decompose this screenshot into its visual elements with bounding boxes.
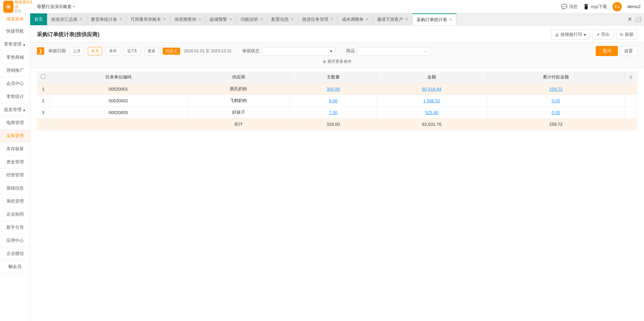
footer-label: 合计 [187,118,290,130]
user-name[interactable]: demo2 [627,4,641,9]
tab-overstock-warning[interactable]: 超储预警 ✕ [206,13,236,25]
column-settings-icon[interactable]: ⚙ [629,75,633,80]
table-header-main-qty: 主数量 [290,71,376,83]
logo-area: 畅捷通好生意 标版 [3,0,34,13]
tab-picking-task[interactable]: 拣货任务管理 ✕ [298,13,338,25]
row-supplier-code: 00020001 [50,83,187,95]
table-body: 1 00020001 惠氏奶粉 303.00 60,519.44 259.72 … [37,83,637,118]
row-supplier-name: 飞鹤奶粉 [187,95,290,107]
sidebar-item-purchase[interactable]: 采购管理 [0,129,30,143]
sidebar-item-finance[interactable]: 资金管理 [0,156,30,169]
tab-close-all-button[interactable]: ✕ [628,16,632,22]
tab-receive-summary[interactable]: 收发存汇总表 ✕ [47,13,87,25]
sidebar-item-inventory[interactable]: 库存核算 [0,143,30,156]
select-all-checkbox[interactable] [41,74,45,79]
tab-close-icon[interactable]: ✕ [229,17,232,21]
row-paid-amount[interactable]: 0.00 [487,95,625,107]
sidebar-item-enterprise-wechat[interactable]: 企业微信 [0,247,30,260]
tab-config-info[interactable]: 配置信息 ✕ [267,13,298,25]
sidebar-item-marketing[interactable]: 营销推广 [0,64,30,77]
workspace-arrow-icon: ▾ [73,4,75,9]
row-amount[interactable]: 60,519.44 [376,83,487,95]
tab-close-icon[interactable]: ✕ [366,17,369,21]
status-filter-item: 单据状态 ▾ [242,47,335,55]
date-last7-button[interactable]: 近7天 [124,47,141,55]
row-amount[interactable]: 1,586.52 [376,95,487,107]
sidebar-item-member[interactable]: 畅会员 [0,260,30,273]
tab-maximize-button[interactable]: ⬜ [635,16,641,22]
row-paid-amount[interactable]: 259.72 [487,83,625,95]
filter-area: ❯ 单据日期 上月 本月 本年 近7天 更多 自定义 2016-01-01 至 … [30,42,644,68]
sidebar-item-nav[interactable]: 快捷导航 [0,25,30,38]
tab-purchase-summary[interactable]: 采购订单统计表 ✕ [413,13,457,25]
date-more-button[interactable]: 更多 [145,47,159,55]
row-main-qty[interactable]: 303.00 [290,83,376,95]
row-index: 1 [37,83,50,95]
tab-requisition-summary[interactable]: 要货单统计表 ✕ [87,13,126,25]
goods-more-icon: ··· [424,49,428,54]
app-download-button[interactable]: 📱 App下载 [583,4,607,10]
row-paid-amount[interactable]: 0.00 [487,107,625,118]
row-supplier-code: 00020002 [50,95,187,107]
print-icon: 🖨 [555,32,559,37]
search-button[interactable]: 查询 [596,46,618,56]
date-this-year-button[interactable]: 本年 [106,47,120,55]
export-icon: ↗ [596,32,600,37]
tab-close-icon[interactable]: ✕ [260,17,263,21]
refresh-button[interactable]: ↻ 刷新 [616,30,637,40]
filter-toggle-button[interactable]: ❯ [37,47,44,55]
row-actions [625,107,637,118]
sidebar-item-retail-mall[interactable]: 零售商城 [0,51,30,64]
sidebar-item-ecommerce[interactable]: 电商管理 [0,116,30,129]
page-content: 采购订单统计表(按供应商) 🖨 按模板打印 ▾ ↗ 导出 ↻ [30,25,644,321]
tab-close-icon[interactable]: ✕ [291,17,294,21]
sidebar-item-system[interactable]: 系统管理 [0,195,30,208]
row-actions [625,83,637,95]
tab-function-description[interactable]: 功能说明 ✕ [236,13,267,25]
tab-warranty-query[interactable]: 保质期查询 ✕ [170,13,206,25]
tab-close-icon[interactable]: ✕ [163,17,166,21]
settings-button[interactable]: 设置 [620,46,637,56]
sidebar-item-enterprise-collab[interactable]: 企业协同 [0,208,30,221]
sidebar-item-app-center[interactable]: 应用中心 [0,234,30,247]
tab-available-inventory[interactable]: 可用量库存账本 ✕ [126,13,170,25]
workspace-selector[interactable]: 母婴行业演示账套 ▾ [37,4,76,10]
row-main-qty[interactable]: 7.00 [290,107,376,118]
logo-icon [3,1,13,13]
tab-invite-downstream[interactable]: 邀请下游客户 ✕ [373,13,413,25]
tab-close-icon[interactable]: ✕ [119,17,122,21]
row-amount[interactable]: 525.80 [376,107,487,118]
sidebar-item-retail-management[interactable]: 零售管理 ▲ [0,38,30,51]
sidebar-item-member-center[interactable]: 会员中心 [0,77,30,90]
sidebar-item-basic-info[interactable]: 基础信息 [0,182,30,195]
tab-close-active-icon[interactable]: ✕ [449,17,452,22]
message-button[interactable]: 💬 消息 [561,4,578,10]
row-main-qty[interactable]: 6.00 [290,95,376,107]
page-header: 采购订单统计表(按供应商) 🖨 按模板打印 ▾ ↗ 导出 ↻ [30,25,644,42]
refresh-icon: ↻ [620,32,624,37]
tab-cost-adjustment[interactable]: 成本调整单 ✕ [338,13,373,25]
print-button[interactable]: 🖨 按模板打印 ▾ [551,30,590,40]
table-row: 1 00020001 惠氏奶粉 303.00 60,519.44 259.72 [37,83,637,95]
sidebar-item-wholesale[interactable]: 批发管理 ▲ [0,103,30,116]
row-supplier-name: 惠氏奶粉 [187,83,290,95]
print-arrow-icon: ▾ [584,32,586,37]
tab-home[interactable]: 首页 [30,13,47,25]
tab-close-icon[interactable]: ✕ [405,17,408,21]
sidebar-item-retail-stats[interactable]: 零售统计 [0,90,30,103]
page-actions: 🖨 按模板打印 ▾ ↗ 导出 ↻ 刷新 [551,30,637,40]
export-button[interactable]: ↗ 导出 [592,30,613,40]
expand-icon-2: ▲ [22,108,26,112]
goods-select[interactable]: ··· [357,47,431,55]
tab-close-icon[interactable]: ✕ [198,17,201,21]
date-this-month-button[interactable]: 本月 [88,47,102,55]
tab-close-icon[interactable]: ✕ [79,17,83,21]
sidebar-search[interactable]: 搜索菜单 [0,13,30,25]
sidebar-item-new-guide[interactable]: 新手引导 [0,221,30,234]
sidebar-item-operations[interactable]: 经营管理 [0,169,30,182]
expand-more-button[interactable]: ⊕ 展开更多条件 [323,59,352,64]
tab-close-icon[interactable]: ✕ [330,17,333,21]
date-last-month-button[interactable]: 上月 [70,47,84,55]
status-select[interactable]: ▾ [262,47,335,55]
table-row: 2 00020002 飞鹤奶粉 6.00 1,586.52 0.00 [37,95,637,107]
